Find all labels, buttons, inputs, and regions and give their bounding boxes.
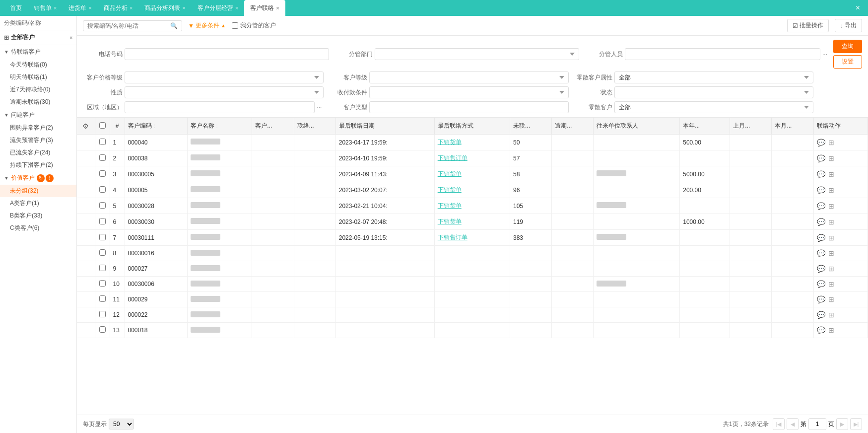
apps-icon[interactable]: ⊞ <box>828 186 834 194</box>
column-settings-icon[interactable]: ⚙ <box>82 122 89 130</box>
apps-icon[interactable]: ⊞ <box>828 280 834 288</box>
chat-icon[interactable]: 💬 <box>817 202 825 210</box>
nature-select[interactable] <box>125 86 324 98</box>
reset-button[interactable]: 设置 <box>833 55 862 69</box>
nav-close-goods-analysis[interactable]: × <box>130 5 133 11</box>
chat-icon[interactable]: 💬 <box>817 234 825 242</box>
sidebar-item-lost[interactable]: 已流失客户(24) <box>0 146 76 159</box>
nav-close-customer-tier[interactable]: × <box>235 5 238 11</box>
sidebar-item-class-b[interactable]: B类客户(33) <box>0 210 76 222</box>
per-page-select[interactable]: 50 100 200 <box>109 419 134 430</box>
price-tier-select[interactable] <box>125 72 324 83</box>
person-input[interactable] <box>625 48 820 60</box>
next-page-button[interactable]: ▶ <box>836 418 848 430</box>
more-conditions-btn[interactable]: ▼ 更多条件 ▲ <box>188 21 226 30</box>
apps-icon[interactable]: ⊞ <box>828 234 834 242</box>
row-select-checkbox[interactable] <box>99 249 106 256</box>
region-input[interactable] <box>125 101 315 113</box>
nav-close-sales[interactable]: × <box>54 5 57 11</box>
chat-icon[interactable]: 💬 <box>817 154 825 162</box>
chat-icon[interactable]: 💬 <box>817 218 825 226</box>
region-dots-btn[interactable]: ··· <box>315 104 324 111</box>
export-button[interactable]: ↓ 导出 <box>835 19 862 32</box>
row-select-checkbox[interactable] <box>99 170 106 177</box>
row-select-checkbox[interactable] <box>99 280 106 287</box>
sidebar-item-abnormal[interactable]: 囤购异常客户(2) <box>0 122 76 134</box>
query-button[interactable]: 查询 <box>833 40 862 53</box>
my-customers-checkbox[interactable] <box>232 22 238 29</box>
batch-op-button[interactable]: ☑ 批量操作 <box>787 19 829 32</box>
retail-customer-select[interactable]: 全部 <box>614 101 813 113</box>
apps-icon[interactable]: ⊞ <box>828 249 834 257</box>
chat-icon[interactable]: 💬 <box>817 295 825 303</box>
person-dots-btn[interactable]: ··· <box>820 51 829 58</box>
apps-icon[interactable]: ⊞ <box>828 170 834 178</box>
nav-customer-tier[interactable]: 客户分层经营 × <box>192 0 244 16</box>
nav-goods-analysis[interactable]: 商品分析 × <box>98 0 138 16</box>
collapse-sidebar-icon[interactable]: « <box>69 35 72 40</box>
chat-icon[interactable]: 💬 <box>817 326 825 334</box>
window-close-button[interactable]: × <box>852 3 864 12</box>
sidebar-item-loss-warning[interactable]: 流失预警客户(3) <box>0 134 76 146</box>
status-select[interactable] <box>614 86 813 98</box>
prev-page-button[interactable]: ◀ <box>787 418 799 430</box>
row-select-checkbox[interactable] <box>99 265 106 271</box>
sidebar-item-tomorrow[interactable]: 明天待联络(1) <box>0 71 76 83</box>
sidebar-item-declining[interactable]: 持续下滑客户(2) <box>0 159 76 171</box>
nav-purchase[interactable]: 进货单 × <box>63 0 97 16</box>
nav-goods-analysis-list[interactable]: 商品分析列表 × <box>138 0 191 16</box>
chat-icon[interactable]: 💬 <box>817 249 825 257</box>
chat-icon[interactable]: 💬 <box>817 265 825 273</box>
row-select-checkbox[interactable] <box>99 326 106 333</box>
chat-icon[interactable]: 💬 <box>817 139 825 146</box>
chat-icon[interactable]: 💬 <box>817 311 825 319</box>
chat-icon[interactable]: 💬 <box>817 280 825 288</box>
nav-customer-contact[interactable]: 客户联络 × <box>244 0 285 16</box>
retail-attr-select[interactable]: 全部 <box>614 72 813 83</box>
row-select-checkbox[interactable] <box>99 186 106 193</box>
row-select-checkbox[interactable] <box>99 311 106 317</box>
nav-close-purchase[interactable]: × <box>88 5 91 11</box>
chat-icon[interactable]: 💬 <box>817 170 825 178</box>
sidebar-item-today[interactable]: 今天待联络(0) <box>0 59 76 71</box>
sidebar-group-problem[interactable]: ▼ 问题客户 <box>0 108 76 122</box>
row-select-checkbox[interactable] <box>99 295 106 302</box>
row-select-checkbox[interactable] <box>99 154 106 161</box>
nav-close-customer-contact[interactable]: × <box>276 5 279 11</box>
page-number-input[interactable] <box>808 418 826 430</box>
sidebar-item-unclassified[interactable]: 未分组(32) <box>0 185 76 197</box>
apps-icon[interactable]: ⊞ <box>828 326 834 334</box>
sidebar-group-value[interactable]: ▼ 价值客户 ↻ ! <box>0 171 76 185</box>
payment-select[interactable] <box>369 86 568 98</box>
sidebar-item-class-a[interactable]: A类客户(1) <box>0 197 76 210</box>
last-page-button[interactable]: ▶| <box>850 418 862 430</box>
nav-home[interactable]: 首页 <box>4 0 28 16</box>
dept-select[interactable] <box>375 48 579 60</box>
nav-close-goods-analysis-list[interactable]: × <box>182 5 185 11</box>
main-search-input[interactable] <box>87 22 170 29</box>
customer-tier-select[interactable] <box>369 72 568 83</box>
sidebar-group-pending[interactable]: ▼ 待联络客户 <box>0 45 76 59</box>
apps-icon[interactable]: ⊞ <box>828 295 834 303</box>
sidebar-item-overdue[interactable]: 逾期未联络(30) <box>0 96 76 108</box>
sidebar-all-customers[interactable]: ⊞ 全部客户 « <box>0 30 76 45</box>
row-select-checkbox[interactable] <box>99 139 106 145</box>
apps-icon[interactable]: ⊞ <box>828 265 834 273</box>
customer-type-input[interactable] <box>369 101 568 113</box>
apps-icon[interactable]: ⊞ <box>828 154 834 162</box>
apps-icon[interactable]: ⊞ <box>828 218 834 226</box>
row-select-checkbox[interactable] <box>99 218 106 224</box>
chat-icon[interactable]: 💬 <box>817 186 825 194</box>
apps-icon[interactable]: ⊞ <box>828 311 834 319</box>
sidebar-item-class-c[interactable]: C类客户(6) <box>0 222 76 234</box>
refresh-icon[interactable]: ↻ <box>37 174 45 182</box>
apps-icon[interactable]: ⊞ <box>828 202 834 210</box>
first-page-button[interactable]: |◀ <box>773 418 785 430</box>
row-select-checkbox[interactable] <box>99 202 106 209</box>
main-search-icon[interactable]: 🔍 <box>170 22 178 29</box>
apps-icon[interactable]: ⊞ <box>828 139 834 146</box>
sidebar-item-7days[interactable]: 近7天待联络(0) <box>0 83 76 96</box>
select-all-checkbox[interactable] <box>99 122 106 129</box>
phone-input[interactable] <box>125 48 329 60</box>
row-select-checkbox[interactable] <box>99 234 106 240</box>
